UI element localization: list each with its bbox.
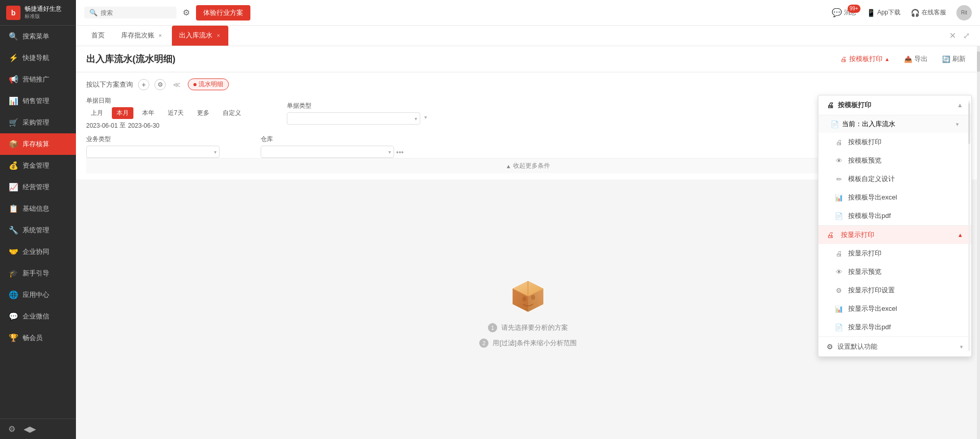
dropdown-display-settings[interactable]: ⚙ 按显示打印设置 (818, 281, 971, 300)
sidebar-item-collab[interactable]: 🤝 企业协同 (0, 241, 76, 263)
biz-type-select-wrap (86, 146, 220, 158)
sidebar-item-purchase[interactable]: 🛒 采购管理 (0, 112, 76, 133)
filter-tag-active[interactable]: 流水明细 (188, 78, 229, 90)
type-select[interactable] (287, 112, 420, 125)
filter-collapse-button[interactable]: ≪ (171, 81, 183, 89)
dropdown-footer-text: 设置默认功能 (837, 342, 877, 351)
dropdown-display-excel[interactable]: 📊 按显示导出excel (818, 300, 971, 318)
tab-flow-close[interactable]: × (215, 32, 221, 38)
sidebar-collapse-icon[interactable]: ◀▶ (24, 424, 36, 434)
dropdown-scrollbar-thumb[interactable] (968, 103, 970, 144)
display-section-label: 按显示打印 (841, 230, 874, 240)
refresh-button[interactable]: 🔄 刷新 (938, 52, 970, 66)
tab-batch-close[interactable]: × (158, 32, 163, 38)
warehouse-select[interactable] (261, 146, 394, 158)
dropdown-display-section-header[interactable]: 🖨 按显示打印 ▲ (818, 226, 971, 244)
display-print-label: 按显示打印 (848, 249, 881, 258)
topbar-message[interactable]: 💬 消息 99+ (832, 8, 856, 17)
dropdown-footer[interactable]: ⚙ 设置默认功能 ▾ (818, 336, 971, 356)
dropdown-title: 🖨 按模板打印 (827, 101, 871, 110)
current-template-label: 📄 当前：出入库流水 (831, 119, 895, 129)
filter-type-field: 单据类型 ▾ (287, 102, 427, 125)
headset-icon: 🎧 (911, 9, 919, 17)
funds-icon: 💰 (8, 161, 18, 171)
right-scrollbar-thumb[interactable] (977, 51, 980, 72)
sidebar-item-wechat[interactable]: 💬 企业微信 (0, 306, 76, 327)
dropdown-scrollbar[interactable] (968, 101, 970, 351)
dropdown-template-pdf[interactable]: 📄 按模板导出pdf (818, 207, 971, 225)
avatar-text: Rit (961, 10, 967, 15)
sidebar-item-funds[interactable]: 💰 资金管理 (0, 155, 76, 176)
date-btn-last-month[interactable]: 上月 (86, 107, 108, 119)
sales-icon: 📊 (8, 96, 18, 106)
pdf-item-icon: 📄 (835, 212, 843, 220)
filter-settings-button[interactable]: ⚙ (154, 79, 166, 90)
dropdown-template-print[interactable]: 🖨 按模板打印 (818, 133, 971, 151)
date-btn-more[interactable]: 更多 (192, 107, 214, 119)
dropdown-sub-arrow[interactable]: ▾ (956, 121, 959, 128)
sidebar-item-appcenter[interactable]: 🌐 应用中心 (0, 284, 76, 306)
type-expand-icon[interactable]: ▾ (424, 112, 427, 120)
tag-dot (193, 83, 197, 86)
filter-date-field: 单据日期 上月 本月 本年 近7天 更多 自定义 2023-06-01 至 20… (86, 96, 246, 130)
sidebar-item-quick[interactable]: ⚡ 快捷导航 (0, 47, 76, 69)
settings-default-icon: ⚙ (827, 343, 833, 351)
sidebar-item-system[interactable]: 🔧 系统管理 (0, 220, 76, 241)
dropdown-template-excel[interactable]: 📊 按模板导出excel (818, 188, 971, 207)
print-template-button[interactable]: 🖨 按模板打印 ▲ (836, 52, 894, 66)
dropdown-display-print[interactable]: 🖨 按显示打印 (818, 244, 971, 263)
date-btn-this-month[interactable]: 本月 (112, 107, 133, 119)
sidebar-nav: 🔍 搜索菜单 ⚡ 快捷导航 📢 营销推广 📊 销售管理 🛒 采购管理 📦 库存核… (0, 26, 76, 418)
date-to-value: 2023-06-30 (128, 122, 159, 129)
display-preview-label: 按显示预览 (848, 267, 881, 276)
right-scrollbar[interactable] (977, 46, 980, 439)
sidebar-item-operation[interactable]: 📈 经营管理 (0, 176, 76, 198)
industry-solution-button[interactable]: 体验行业方案 (196, 5, 250, 21)
user-avatar[interactable]: Rit (956, 5, 972, 21)
sidebar-item-guide[interactable]: 🎓 新手引导 (0, 263, 76, 284)
dropdown-header-chevron[interactable]: ▲ (957, 102, 963, 109)
sidebar-item-marketing[interactable]: 📢 营销推广 (0, 69, 76, 90)
dropdown-template-preview[interactable]: 👁 按模板预览 (818, 151, 971, 170)
sidebar-item-basic[interactable]: 📋 基础信息 (0, 198, 76, 220)
biz-type-select[interactable] (86, 146, 220, 158)
tab-flow[interactable]: 出入库流水 × (172, 26, 228, 46)
footer-chevron-icon[interactable]: ▾ (960, 344, 963, 350)
topbar-gear-icon[interactable]: ⚙ (183, 8, 190, 17)
dropdown-display-preview[interactable]: 👁 按显示预览 (818, 263, 971, 281)
dropdown-footer-label: ⚙ 设置默认功能 (827, 342, 877, 351)
sidebar-logo: b 畅捷通好生意 标准版 (0, 0, 76, 26)
type-select-section: ▾ (287, 112, 427, 125)
topbar-online-service[interactable]: 🎧 在线客服 (911, 8, 946, 17)
date-btn-7days[interactable]: 近7天 (163, 107, 188, 119)
date-btn-custom[interactable]: 自定义 (218, 107, 246, 119)
app-download-label: App下载 (877, 8, 900, 17)
sidebar-settings-icon[interactable]: ⚙ (8, 424, 15, 434)
sidebar-item-search[interactable]: 🔍 搜索菜单 (0, 26, 76, 47)
date-btn-this-year[interactable]: 本年 (138, 107, 159, 119)
appcenter-icon: 🌐 (8, 290, 18, 300)
tab-batch[interactable]: 库存批次账 × (114, 26, 170, 46)
sidebar-item-inventory[interactable]: 📦 库存核算 (0, 133, 76, 155)
display-preview-icon: 👁 (835, 268, 843, 276)
export-button[interactable]: 📤 导出 (900, 52, 932, 66)
purchase-icon: 🛒 (8, 117, 18, 128)
vip-icon: 🏆 (8, 333, 18, 343)
sidebar-item-vip[interactable]: 🏆 畅会员 (0, 327, 76, 349)
warehouse-dots[interactable]: ••• (396, 147, 404, 156)
sidebar-item-sales[interactable]: 📊 销售管理 (0, 90, 76, 112)
filter-add-button[interactable]: + (138, 79, 149, 90)
print-item-icon: 🖨 (835, 138, 843, 146)
dropdown-sub-header: 📄 当前：出入库流水 ▾ (818, 115, 971, 133)
topbar-app-download[interactable]: 📱 App下载 (867, 8, 900, 17)
tabbar-close-button[interactable]: ✕ (947, 30, 958, 42)
topbar-search-box[interactable]: 🔍 (84, 7, 177, 18)
search-input[interactable] (101, 9, 162, 16)
dropdown-template-design[interactable]: ✏ 模板自定义设计 (818, 170, 971, 188)
tab-home[interactable]: 首页 (84, 26, 112, 46)
tabbar-expand-button[interactable]: ⤢ (961, 30, 972, 42)
template-excel-label: 按模板导出excel (848, 193, 897, 202)
design-item-icon: ✏ (835, 175, 843, 183)
dropdown-display-pdf[interactable]: 📄 按显示导出pdf (818, 318, 971, 336)
content-area: 出入库流水(流水明细) 🖨 按模板打印 ▲ 📤 导出 🔄 刷新 (76, 46, 980, 439)
